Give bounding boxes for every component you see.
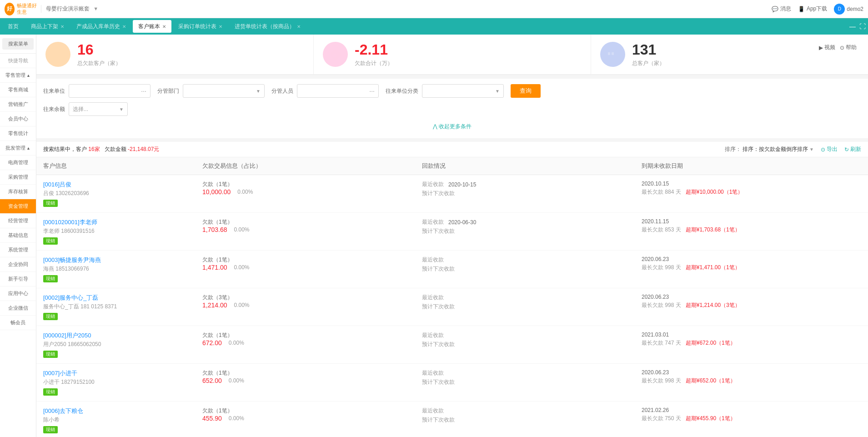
- customer-name[interactable]: [0002]服务中心_丁磊: [43, 294, 202, 302]
- debt-percent: 0.00%: [234, 226, 250, 233]
- customer-info-cell: [000002]用户2050 用户2050 18665062050 现销: [43, 332, 202, 358]
- tab-product-offline[interactable]: 商品上下架 ✕: [25, 20, 70, 33]
- person-input[interactable]: ···: [297, 84, 379, 98]
- sidebar-item-ecom-mgmt[interactable]: 电商管理: [0, 156, 36, 170]
- customer-name[interactable]: [0007]小进干: [43, 369, 202, 377]
- due-date: 2020.11.15: [642, 218, 861, 225]
- overdue-link[interactable]: 超期¥652.00（1笔）: [686, 377, 736, 385]
- sidebar-item-capital-mgmt[interactable]: 资金管理: [0, 199, 36, 214]
- sidebar-item-marketing[interactable]: 营销推广: [0, 97, 36, 112]
- layout: 搜索菜单 快捷导航 零售管理 ▲ 零售商城 营销推广 会员中心 零售统计 批发管…: [0, 35, 868, 437]
- sidebar-item-retail-stats[interactable]: 零售统计: [0, 126, 36, 141]
- app-download-btn[interactable]: 📱 App下载: [798, 5, 827, 13]
- sidebar-item-inventory[interactable]: 库存核算: [0, 185, 36, 199]
- col-due-date: 到期未收款日期: [642, 162, 861, 170]
- col-collection: 回款情况: [422, 162, 642, 170]
- tab-product-history[interactable]: 产成品入库单历史 ✕: [71, 20, 131, 33]
- customer-name[interactable]: [000002]用户2050: [43, 332, 202, 340]
- collection-cell: 最近收款 2020-06-30 预计下次收款: [422, 218, 642, 235]
- customer-name[interactable]: [0006]去下粮仓: [43, 407, 202, 415]
- sidebar-item-basic-info[interactable]: 基础信息: [0, 228, 36, 243]
- tab-close-stock-stats[interactable]: ✕: [297, 24, 301, 29]
- unit-class-input[interactable]: ▼: [422, 84, 504, 98]
- sort-select[interactable]: 排序： 排序：按欠款金额倒序排序 ▼: [725, 146, 814, 153]
- top-right: 💬 消息 📱 App下载 D demo2: [772, 4, 863, 15]
- sidebar-item-enterprise[interactable]: 企业协同: [0, 257, 36, 272]
- overdue-days: 最长欠款 998 天: [642, 264, 681, 271]
- debt-amount[interactable]: 672.00: [202, 339, 222, 347]
- tab-customer-account[interactable]: 客户账本 ✕: [133, 20, 171, 33]
- debt-amount[interactable]: 1,703.68: [202, 226, 227, 233]
- debt-info-cell: 欠款（1笔） 455.90 0.00%: [202, 407, 422, 422]
- due-date: 2021.03.01: [642, 332, 861, 338]
- overdue-days: 最长欠款 750 天: [642, 415, 681, 422]
- results-header: 搜索结果中，客户 16家 欠款金额 -21,148.07元 排序： 排序：按欠款…: [36, 142, 868, 157]
- tab-minimize-btn[interactable]: —: [849, 23, 856, 30]
- tab-purchase-order[interactable]: 采购订单统计表 ✕: [173, 20, 228, 33]
- refresh-btn[interactable]: ↻ 刷新: [844, 146, 861, 153]
- table-row: [000002]用户2050 用户2050 18665062050 现销 欠款（…: [36, 326, 868, 364]
- overdue-link[interactable]: 超期¥10,000.00（1笔）: [686, 188, 743, 196]
- customer-info-cell: [0016]吕俊 吕俊 13026203696 现销: [43, 181, 202, 207]
- sidebar-item-ops-mgmt[interactable]: 经营管理: [0, 214, 36, 228]
- search-button[interactable]: 查询: [511, 84, 541, 98]
- help-area: ▶ 视频 ⊙ 帮助: [814, 41, 861, 54]
- sidebar-item-purchase-mgmt[interactable]: 采购管理: [0, 170, 36, 185]
- overdue-link[interactable]: 超期¥1,703.68（1笔）: [686, 226, 740, 234]
- tab-maximize-btn[interactable]: ⛶: [859, 23, 866, 30]
- customer-name[interactable]: [0016]吕俊: [43, 181, 202, 189]
- tab-home[interactable]: 首页: [2, 20, 24, 33]
- due-date-cell: 2020.06.23 最长欠款 998 天 超期¥1,214.00（3笔）: [642, 294, 861, 309]
- search-menu-btn[interactable]: 搜索菜单: [2, 38, 34, 50]
- logo-area: 好 畅捷通好生意: [5, 3, 41, 15]
- sidebar-item-batch-mgmt[interactable]: 批发管理 ▲: [0, 141, 36, 156]
- overdue-link[interactable]: 超期¥1,471.00（1笔）: [686, 264, 740, 271]
- due-date-cell: 2020.10.15 最长欠款 884 天 超期¥10,000.00（1笔）: [642, 181, 861, 196]
- sidebar-item-enterprise-wx[interactable]: 企业微信: [0, 301, 36, 316]
- logo-icon: 好: [5, 3, 15, 15]
- debt-amount[interactable]: 1,471.00: [202, 264, 227, 271]
- customer-name[interactable]: [0003]畅捷服务尹海燕: [43, 256, 202, 264]
- sidebar-item-member-vip[interactable]: 畅会员: [0, 316, 36, 330]
- sidebar-item-retail-mall[interactable]: 零售商城: [0, 83, 36, 97]
- collection-cell: 最近收款 预计下次收款: [422, 407, 642, 424]
- tab-close-product-offline[interactable]: ✕: [60, 24, 64, 29]
- balance-select[interactable]: 选择... ▼: [69, 102, 128, 116]
- debt-amount[interactable]: 652.00: [202, 377, 222, 384]
- collapse-row[interactable]: ⋀ 收起更多条件: [43, 121, 861, 133]
- overdue-link[interactable]: 超期¥1,214.00（3笔）: [686, 301, 740, 309]
- sidebar-item-sys-mgmt[interactable]: 系统管理: [0, 243, 36, 257]
- tab-close-purchase-order[interactable]: ✕: [219, 24, 222, 29]
- last-payment-date: 2020-10-15: [448, 181, 476, 188]
- last-payment-label: 最近收款: [422, 332, 444, 339]
- dept-input[interactable]: ▼: [183, 84, 265, 98]
- next-payment-label: 预计下次收款: [422, 379, 455, 385]
- debt-amount[interactable]: 1,214.00: [202, 301, 227, 309]
- tab-close-product-history[interactable]: ✕: [122, 24, 126, 29]
- help-btn[interactable]: ⊙ 帮助: [840, 44, 857, 51]
- last-payment-label: 最近收款: [422, 369, 444, 377]
- debt-amount[interactable]: 455.90: [202, 415, 222, 422]
- unit-class-label: 往来单位分类: [386, 87, 418, 95]
- debt-amount[interactable]: 10,000.00: [202, 188, 231, 196]
- sidebar-item-retail-mgmt[interactable]: 零售管理 ▲: [0, 68, 36, 83]
- tab-stock-stats[interactable]: 进货单统计表（按商品） ✕: [229, 20, 306, 33]
- debt-count: 欠款（1笔）: [202, 369, 422, 377]
- overdue-link[interactable]: 超期¥455.90（1笔）: [686, 415, 736, 422]
- export-btn[interactable]: ⊙ 导出: [821, 146, 838, 153]
- overdue-link[interactable]: 超期¥672.00（1笔）: [686, 339, 736, 347]
- video-btn[interactable]: ▶ 视频: [819, 44, 835, 51]
- sidebar-item-new-guide[interactable]: 新手引导: [0, 272, 36, 286]
- source-unit-input[interactable]: ···: [69, 84, 151, 98]
- tab-close-customer-account[interactable]: ✕: [162, 24, 166, 29]
- logo-text: 畅捷通好生意: [17, 3, 41, 15]
- sidebar-item-member-center[interactable]: 会员中心: [0, 112, 36, 126]
- sidebar-item-app-center[interactable]: 应用中心: [0, 286, 36, 301]
- stat-number-debt-amount: -2.11: [355, 41, 582, 58]
- filter-unit-class: 往来单位分类 ▼: [386, 84, 504, 98]
- debt-info-cell: 欠款（1笔） 1,471.00 0.00%: [202, 256, 422, 271]
- user-menu[interactable]: D demo2: [834, 4, 863, 15]
- customer-name[interactable]: [0001020001]李老师: [43, 218, 202, 226]
- message-btn[interactable]: 💬 消息: [772, 5, 791, 13]
- collection-cell: 最近收款 预计下次收款: [422, 369, 642, 386]
